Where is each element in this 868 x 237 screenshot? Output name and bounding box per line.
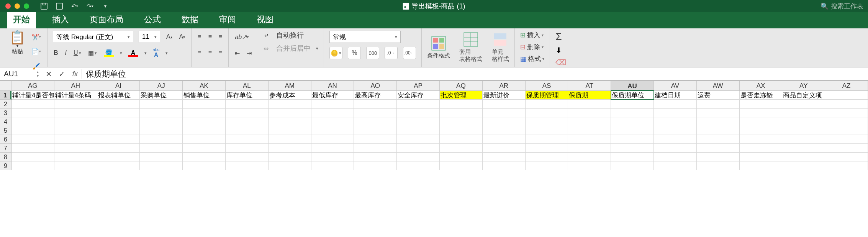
col-header-AG[interactable]: AG [11,81,54,91]
cell[interactable] [269,109,311,117]
orientation-button[interactable]: ab↗▾ [234,31,250,43]
cancel-formula-button[interactable]: ✕ [43,69,56,79]
cell[interactable] [354,126,397,135]
cell[interactable] [397,161,440,170]
cell[interactable] [183,144,226,153]
cell[interactable] [97,117,140,126]
cell[interactable] [269,100,311,109]
cell-AL1[interactable]: 库存单位 [226,91,269,100]
cell[interactable] [140,144,183,153]
cell[interactable] [782,153,825,161]
cell[interactable] [226,109,269,117]
cell-AQ1[interactable]: 批次管理 [440,91,483,100]
increase-indent-button[interactable]: ⇥ [246,47,252,59]
font-name-select[interactable]: 等线 Regular (正文)▾ [53,31,133,43]
cell[interactable] [354,109,397,117]
cell[interactable] [397,109,440,117]
cell-AS1[interactable]: 保质期管理 [526,91,568,100]
cell-AT1[interactable]: 保质期 [568,91,611,100]
col-header-AL[interactable]: AL [226,81,269,91]
col-header-AQ[interactable]: AQ [440,81,483,91]
cell[interactable] [568,126,611,135]
cell[interactable] [397,100,440,109]
cell-AM1[interactable]: 参考成本 [269,91,311,100]
col-header-AH[interactable]: AH [54,81,97,91]
tab-page-layout[interactable]: 页面布局 [85,12,128,28]
cell[interactable] [54,109,97,117]
maximize-window-button[interactable] [24,3,29,9]
cell-AP1[interactable]: 安全库存 [397,91,440,100]
cell[interactable] [269,126,311,135]
col-header-AM[interactable]: AM [269,81,311,91]
cell[interactable] [440,153,483,161]
cell[interactable] [611,153,654,161]
minimize-window-button[interactable] [15,3,20,9]
cell[interactable] [782,117,825,126]
cell[interactable] [226,144,269,153]
cell[interactable] [740,161,783,170]
cell-styles-button[interactable]: 单元 格样式 [491,31,509,63]
cell[interactable] [440,144,483,153]
cell[interactable] [568,161,611,170]
cell[interactable] [54,117,97,126]
col-header-AI[interactable]: AI [97,81,140,91]
cell[interactable] [697,117,740,126]
cell[interactable] [183,109,226,117]
cell[interactable] [97,161,140,170]
cell[interactable] [140,100,183,109]
cell[interactable] [354,135,397,144]
cell-AN1[interactable]: 最低库存 [311,91,354,100]
cell-AK1[interactable]: 销售单位 [183,91,226,100]
cell[interactable] [54,126,97,135]
increase-font-button[interactable]: A▴ [165,31,173,43]
cell[interactable] [311,109,354,117]
align-bottom-button[interactable]: ≡ [218,31,223,43]
cell[interactable] [97,135,140,144]
cell[interactable] [526,144,568,153]
cell[interactable] [654,161,697,170]
cell[interactable] [697,153,740,161]
cell[interactable] [526,109,568,117]
cell[interactable] [269,144,311,153]
cut-button[interactable]: ✂️▾ [31,31,42,43]
cell-AI1[interactable]: 报表辅单位 [97,91,140,100]
cell[interactable] [697,144,740,153]
tab-data[interactable]: 数据 [177,12,203,28]
cell[interactable] [311,126,354,135]
cell[interactable] [654,144,697,153]
col-header-AT[interactable]: AT [568,81,611,91]
tab-home[interactable]: 开始 [7,11,36,28]
cell[interactable] [825,126,868,135]
format-as-table-button[interactable]: 套用 表格格式 [459,31,482,63]
cell[interactable] [140,135,183,144]
cell[interactable] [825,117,868,126]
cell[interactable] [825,161,868,170]
cell[interactable] [740,144,783,153]
cell[interactable] [11,109,54,117]
redo-icon[interactable]: ↷ ▾ [86,2,94,10]
cell[interactable] [526,153,568,161]
cell[interactable] [697,100,740,109]
col-header-AO[interactable]: AO [354,81,397,91]
row-header-3[interactable]: 3 [0,109,11,117]
cell[interactable] [354,153,397,161]
fill-color-button[interactable]: 🪣 [103,47,115,59]
row-header-1[interactable]: 1 [0,91,11,100]
copy-button[interactable]: 📄▾ [31,45,42,58]
cell[interactable] [654,117,697,126]
cell[interactable] [11,117,54,126]
cell[interactable] [140,153,183,161]
cell[interactable] [183,135,226,144]
cell[interactable] [54,153,97,161]
fx-button[interactable]: fx [69,70,82,78]
clear-button[interactable]: ⌫ [555,58,566,67]
name-box-up[interactable]: ▲ [36,70,39,74]
col-header-AR[interactable]: AR [483,81,526,91]
cell[interactable] [54,100,97,109]
col-header-AU[interactable]: AU [611,81,654,91]
cell-AZ1[interactable] [825,91,868,100]
tab-insert[interactable]: 插入 [47,12,74,28]
cell-AV1[interactable]: 建档日期 [654,91,697,100]
cell[interactable] [140,161,183,170]
cell[interactable] [526,126,568,135]
